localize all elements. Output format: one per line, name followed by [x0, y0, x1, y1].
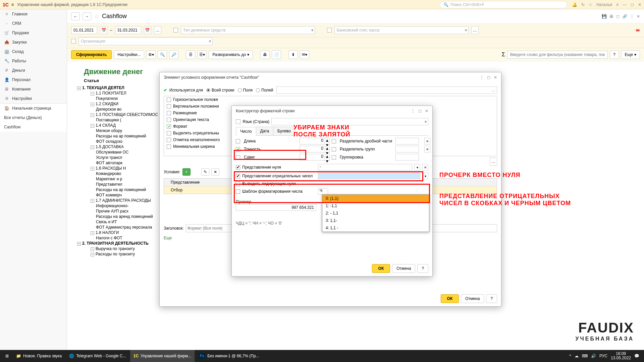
- settings-button[interactable]: Настройки...: [114, 50, 144, 59]
- modal-menu-icon[interactable]: ⋮: [480, 75, 484, 80]
- length-input[interactable]: 0▲▼: [300, 138, 330, 144]
- zero-repr-check[interactable]: ✔: [236, 165, 240, 170]
- history-icon[interactable]: ↻: [581, 2, 585, 7]
- forward-button[interactable]: →: [83, 12, 91, 20]
- shift-check[interactable]: [236, 155, 240, 160]
- template-check[interactable]: [236, 189, 240, 194]
- group-sep-clear[interactable]: ✕: [424, 146, 430, 153]
- dropdown-item[interactable]: 2: - 1,1: [322, 209, 429, 217]
- leading-check[interactable]: [236, 182, 240, 186]
- group-sep-check[interactable]: [332, 147, 336, 152]
- save-file-button[interactable]: ⬇: [288, 50, 298, 59]
- tab-date[interactable]: Дата: [256, 127, 274, 135]
- print-icon[interactable]: 🖶: [609, 14, 613, 19]
- tab-number[interactable]: Число: [236, 127, 256, 136]
- tray-up-icon[interactable]: ^: [569, 354, 571, 358]
- help-button[interactable]: ?: [610, 50, 619, 59]
- sidebar-item-personnel[interactable]: 👤Персонал: [0, 75, 67, 84]
- tab-boolean[interactable]: Булево: [273, 127, 295, 135]
- add-condition-button[interactable]: +: [182, 168, 191, 176]
- sidebar-item-settings[interactable]: ⚙Настройки: [0, 94, 67, 103]
- cancel-button[interactable]: Отмена: [461, 294, 484, 303]
- precision-input[interactable]: 0▲▼: [300, 146, 330, 153]
- sidebar-item-main[interactable]: ≡Главное: [0, 9, 67, 19]
- zero-repr-input[interactable]: -: [318, 164, 412, 171]
- precision-check[interactable]: [236, 147, 240, 152]
- group-sep-input[interactable]: [395, 146, 419, 153]
- bank-check[interactable]: [327, 28, 332, 33]
- fields-n-radio[interactable]: Полей: [256, 88, 273, 93]
- template-input[interactable]: Ч: [318, 188, 328, 195]
- ok-button[interactable]: ОК: [372, 264, 390, 273]
- window-icon[interactable]: ◻: [616, 14, 620, 19]
- sidebar-sub-cashflow[interactable]: Cashflow: [0, 122, 67, 132]
- org-check[interactable]: [71, 39, 76, 44]
- word-filter-input[interactable]: [507, 51, 608, 59]
- sidebar-item-purchase[interactable]: 📥Закупки: [0, 38, 67, 47]
- save-icon[interactable]: 💾: [602, 14, 607, 19]
- taskbar-item[interactable]: PsБез имени-1 @ 66,7% (Пр...: [195, 350, 262, 362]
- modal-maximize-icon[interactable]: ◻: [487, 75, 490, 80]
- neg-repr-input[interactable]: [318, 173, 420, 179]
- calendar-to-icon[interactable]: 📅: [144, 26, 151, 34]
- find-button[interactable]: 🔍: [158, 50, 167, 59]
- length-check[interactable]: [236, 139, 240, 143]
- email-button[interactable]: ✉▾: [300, 50, 309, 59]
- bank-more-button[interactable]: …: [471, 26, 479, 34]
- frac-sep-clear[interactable]: ✕: [424, 138, 430, 144]
- modal-close-icon[interactable]: ✕: [494, 75, 497, 80]
- neg-repr-dd[interactable]: ▾: [422, 173, 428, 179]
- menu-icon[interactable]: ≡: [11, 2, 14, 7]
- tray-lang[interactable]: РУС: [599, 354, 607, 358]
- start-button[interactable]: ⊞: [2, 350, 12, 362]
- expand-toggle-button[interactable]: ☰▾: [197, 50, 207, 59]
- link-icon[interactable]: 🔗: [622, 14, 627, 19]
- find-next-button[interactable]: 🔎: [169, 50, 178, 59]
- cancel-button[interactable]: Отмена: [392, 264, 415, 273]
- star-icon[interactable]: ☆: [589, 2, 592, 7]
- period-button[interactable]: …: [154, 26, 161, 34]
- sidebar-item-money[interactable]: ₽Деньги: [0, 66, 67, 75]
- grouping-check[interactable]: [332, 155, 336, 160]
- grouping-input[interactable]: [395, 154, 419, 161]
- modal-close-icon[interactable]: ✕: [425, 109, 428, 113]
- sidebar-item-crm[interactable]: ▫CRM: [0, 19, 67, 28]
- dropdown-item[interactable]: 4: 1,1 -: [322, 224, 429, 232]
- sidebar-item-sales[interactable]: 🛒Продажи: [0, 28, 67, 38]
- zero-repr-clear[interactable]: ✕: [422, 164, 428, 171]
- dropdown-item[interactable]: 0: (1,1): [322, 195, 429, 202]
- calendar-from-icon[interactable]: 📅: [100, 26, 107, 34]
- cash-type-check[interactable]: [173, 28, 178, 33]
- shift-input[interactable]: 0▲▼: [300, 154, 330, 161]
- help-button[interactable]: ?: [486, 294, 497, 303]
- frac-sep-input[interactable]: [395, 138, 419, 144]
- user-label[interactable]: Наталья: [596, 2, 612, 7]
- bank-combo[interactable]: Банковский счет, касса▾: [334, 26, 469, 34]
- more-button[interactable]: Еще ▾: [621, 50, 640, 59]
- tray-volume-icon[interactable]: 🔊: [591, 354, 596, 358]
- pin-icon[interactable]: 📌: [634, 27, 641, 34]
- sidebar-sub-home[interactable]: 🏠Начальная страница: [0, 104, 67, 113]
- date-from-input[interactable]: [71, 26, 97, 34]
- more-icon[interactable]: ⋮: [630, 14, 634, 19]
- sidebar-item-company[interactable]: 🏛Компания: [0, 84, 67, 94]
- delete-condition-button[interactable]: ✕: [211, 168, 219, 176]
- sidebar-sub-reports[interactable]: Все отчеты (Деньги): [0, 113, 67, 122]
- tray-cloud-icon[interactable]: ☁: [575, 354, 579, 358]
- org-combo[interactable]: Организация▾: [78, 37, 213, 45]
- taskbar-item[interactable]: 🌐Telegram Web - Google C...: [66, 350, 129, 362]
- dropdown-item[interactable]: 3: 1,1-: [322, 217, 429, 224]
- frac-sep-check[interactable]: [332, 139, 336, 143]
- tray-keyboard-icon[interactable]: ⌨: [582, 354, 588, 358]
- minimize-icon[interactable]: —: [623, 2, 627, 7]
- close-icon[interactable]: ✕: [638, 2, 641, 7]
- sidebar-item-warehouse[interactable]: 🏢Склад: [0, 47, 67, 56]
- neg-repr-check[interactable]: ✔: [236, 174, 240, 178]
- dropdown-item[interactable]: 1: -1,1: [322, 202, 429, 209]
- back-button[interactable]: ←: [71, 12, 80, 20]
- close-tab-icon[interactable]: ✕: [637, 14, 640, 19]
- fields-radio[interactable]: Поля: [238, 88, 253, 93]
- help-button[interactable]: ?: [417, 264, 428, 273]
- zero-repr-dd[interactable]: ▾: [414, 164, 420, 171]
- taskbar-item[interactable]: 1СУправление нашей фирм...: [130, 350, 195, 362]
